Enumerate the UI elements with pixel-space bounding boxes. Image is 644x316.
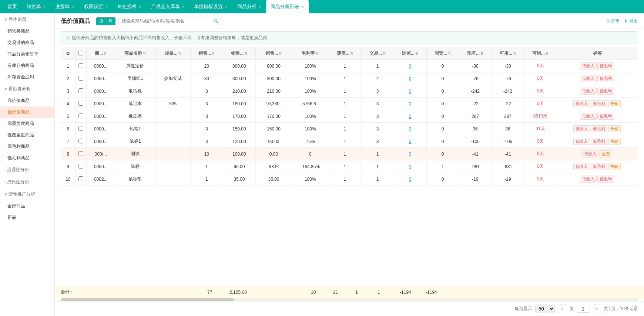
col-spec[interactable]: 规格...⇅ — [155, 47, 190, 60]
tag-低毛利[interactable]: 低毛利 — [597, 113, 614, 120]
row-checkbox-1[interactable] — [78, 76, 83, 81]
view1-link[interactable]: 0 — [409, 139, 412, 144]
sidebar-group-growth-title[interactable]: › 成长性分析 — [0, 176, 54, 188]
tag-低毛利[interactable]: 低毛利 — [591, 138, 607, 145]
prev-page-button[interactable]: ‹ — [558, 305, 566, 313]
nav-home[interactable]: 首页 — [3, 0, 21, 13]
nav-product-list[interactable]: 商品分析列表 × — [266, 0, 308, 13]
tag-低收入[interactable]: 低收入 — [582, 150, 599, 157]
tag-热销[interactable]: 热销 — [608, 100, 621, 107]
view1-link[interactable]: 0 — [409, 114, 412, 119]
col-settings[interactable]: ⚙ — [61, 47, 76, 60]
tag-低毛利[interactable]: 低毛利 — [597, 62, 614, 69]
tag-低收入[interactable]: 低收入 — [573, 163, 590, 170]
search-input[interactable] — [122, 18, 213, 24]
view1-link[interactable]: 0 — [409, 76, 412, 81]
sidebar-item-stock-products[interactable]: 有库存的商品 — [0, 60, 54, 71]
col-sales-cost[interactable]: 销售...⇅ — [255, 47, 292, 60]
cell-checkbox[interactable] — [76, 72, 87, 85]
nav-product-list-close[interactable]: × — [302, 4, 304, 9]
nav-role[interactable]: 角色授权 × — [113, 0, 145, 13]
col-sales-qty[interactable]: 销售...⇅ — [190, 47, 223, 60]
nav-product-analysis[interactable]: 商品分析 × — [233, 0, 265, 13]
table-wrapper[interactable]: ⚙ 商...⇅ 商品名称⇅ 规格...⇅ 销售...⇅ 销售...⇅ 销售...… — [55, 47, 644, 286]
sidebar-item-sales-products[interactable]: 销售类商品 — [0, 26, 54, 37]
col-margin[interactable]: 毛利率⇅ — [292, 47, 329, 60]
nav-product-analysis-close[interactable]: × — [259, 4, 261, 9]
tag-热销[interactable]: 热销 — [608, 163, 621, 170]
cell-checkbox[interactable] — [76, 85, 87, 98]
view1-link[interactable]: 0 — [409, 89, 412, 94]
view1-link[interactable]: 0 — [409, 177, 412, 182]
tag-热销[interactable]: 热销 — [608, 125, 621, 132]
nav-warehouse[interactable]: 产成品入库单 × — [147, 0, 189, 13]
cell-checkbox[interactable] — [76, 135, 87, 148]
select-all-checkbox[interactable] — [78, 51, 83, 55]
col-sales-amt[interactable]: 销售...⇅ — [223, 47, 255, 60]
sidebar-item-traded-products[interactable]: 交易过的商品 — [0, 37, 54, 48]
cell-checkbox[interactable] — [76, 123, 87, 135]
col-name[interactable]: 商品名称⇅ — [115, 47, 156, 60]
tag-低毛利[interactable]: 低毛利 — [597, 75, 614, 82]
view1-link[interactable]: 0 — [409, 101, 412, 106]
row-checkbox-3[interactable] — [78, 101, 83, 106]
sidebar-item-high-coverage[interactable]: 高覆盖度商品 — [0, 118, 54, 129]
row-checkbox-9[interactable] — [78, 176, 83, 181]
nav-purchase-close[interactable]: × — [72, 4, 74, 9]
cell-checkbox[interactable] — [76, 173, 87, 186]
row-checkbox-4[interactable] — [78, 113, 83, 118]
time-badge[interactable]: 近一月 — [96, 17, 115, 25]
sidebar-item-stock-funds[interactable]: 库存资金占用 — [0, 71, 54, 83]
nav-warehouse-close[interactable]: × — [182, 4, 184, 9]
row-checkbox-6[interactable] — [78, 139, 83, 143]
col-coverage[interactable]: 覆盖...⇅ — [329, 47, 361, 60]
sidebar-group-marketing-title[interactable]: ∨ 营销推广分析 — [0, 188, 54, 200]
tag-低收入[interactable]: 低收入 — [580, 88, 597, 95]
col-checkbox[interactable] — [76, 47, 87, 60]
col-stock-cur[interactable]: 现有...⇅ — [459, 47, 492, 60]
row-checkbox-7[interactable] — [78, 151, 83, 156]
nav-sales-close[interactable]: × — [43, 4, 46, 9]
page-number-input[interactable] — [577, 305, 590, 313]
nav-role-close[interactable]: × — [139, 4, 141, 9]
share-button[interactable]: ⎘ 分享 — [607, 18, 620, 24]
page-size-select[interactable]: 50 100 200 — [535, 305, 555, 313]
tag-低收入[interactable]: 低收入 — [573, 100, 590, 107]
tag-重置[interactable]: 重置 — [600, 150, 612, 157]
nav-permission-close[interactable]: × — [105, 4, 108, 9]
row-checkbox-0[interactable] — [78, 63, 83, 68]
tag-低收入[interactable]: 低收入 — [573, 138, 590, 145]
row-checkbox-5[interactable] — [78, 126, 83, 131]
tag-低收入[interactable]: 低收入 — [580, 75, 597, 82]
sidebar-item-all-products[interactable]: 全部商品 — [0, 200, 54, 212]
col-stock-sale[interactable]: 可销...⇅ — [524, 47, 557, 60]
row-checkbox-2[interactable] — [78, 88, 83, 93]
tag-低收入[interactable]: 低收入 — [573, 125, 590, 132]
col-stock-avail[interactable]: 可用...⇅ — [492, 47, 524, 60]
col-code[interactable]: 商...⇅ — [87, 47, 115, 60]
tag-热销[interactable]: 热销 — [608, 138, 621, 145]
tag-低收入[interactable]: 低收入 — [580, 113, 597, 120]
cell-checkbox[interactable] — [76, 60, 87, 72]
nav-permission[interactable]: 权限设置 × — [80, 0, 112, 13]
tag-低毛利[interactable]: 低毛利 — [591, 100, 607, 107]
view1-link[interactable]: 0 — [409, 152, 412, 157]
nav-purchase[interactable]: 进货单 × — [51, 0, 78, 13]
cell-checkbox[interactable] — [76, 148, 87, 160]
sidebar-item-category-sales[interactable]: 商品分类销售率 — [0, 48, 54, 60]
cell-checkbox[interactable] — [76, 98, 87, 110]
view1-link[interactable]: 0 — [409, 126, 412, 132]
col-view2[interactable]: 浏览...⇅ — [426, 47, 459, 60]
nav-template-close[interactable]: × — [225, 4, 227, 9]
scrollbar-thumb[interactable] — [61, 298, 234, 301]
horizontal-scrollbar[interactable] — [61, 298, 638, 301]
sidebar-item-high-margin[interactable]: 高毛利商品 — [0, 141, 54, 152]
view1-link[interactable]: 0 — [409, 64, 412, 69]
export-button[interactable]: ⬆ 导出 — [624, 18, 638, 24]
col-trade[interactable]: 交易...⇅ — [361, 47, 394, 60]
nav-template[interactable]: 单据模板设置 × — [189, 0, 232, 13]
tag-低收入[interactable]: 低收入 — [580, 176, 597, 183]
nav-sales[interactable]: 销货单 × — [22, 0, 50, 13]
sidebar-group-liquidity-title[interactable]: › 流通性分析 — [0, 164, 54, 176]
col-view1[interactable]: 浏览...⇅ — [394, 47, 426, 60]
